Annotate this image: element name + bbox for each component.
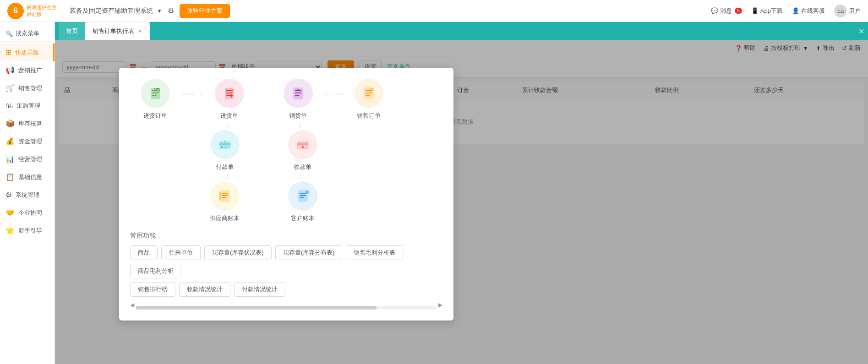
- logo-text: 畅康通好生意 标准版: [27, 4, 57, 17]
- sales-icon: 🛒: [5, 84, 15, 92]
- sidebar-item-purchase[interactable]: 🛍 采购管理: [0, 97, 55, 114]
- sidebar-item-system[interactable]: ⚙ 系统管理: [0, 186, 55, 204]
- system-dropdown-arrow[interactable]: ▼: [157, 8, 162, 14]
- message-badge: 5: [735, 8, 742, 14]
- trial-button[interactable]: 体验行业方案: [180, 4, 230, 18]
- content-area: 首页 销售订单执行表 ✕ ✕ ❓ 帮助 🖨 按模板打印: [55, 22, 868, 364]
- page-content: ❓ 帮助 🖨 按模板打印 ▼ ⬆ 导出 ↺ 刷新: [55, 40, 868, 364]
- flow-node-purchase-bill[interactable]: 进货单: [204, 79, 255, 120]
- operations-icon: 📊: [5, 155, 15, 163]
- system-title-area: 装备及固定资产辅助管理系统 ▼ ⚙: [70, 6, 174, 15]
- receipt-label: 收款单: [294, 163, 311, 171]
- svg-rect-9: [219, 191, 221, 201]
- system-title-text: 装备及固定资产辅助管理系统: [70, 7, 153, 15]
- supplier-account-icon: [210, 181, 240, 211]
- sidebar-item-sales[interactable]: 🛒 销售管理: [0, 79, 55, 97]
- sidebar: 🔍 搜索菜单 ⊞ 快捷导航 📢 营销推广 🛒 销售管理 🛍 采购管理 📦 库存核…: [0, 22, 55, 364]
- arrow-down-1: ↓: [226, 121, 229, 129]
- scroll-right-arrow[interactable]: ▶: [438, 302, 442, 308]
- service-icon: 👤: [792, 7, 799, 14]
- sidebar-item-marketing[interactable]: 📢 营销推广: [0, 61, 55, 79]
- flow-node-supplier-account[interactable]: 供应商账本: [200, 181, 250, 223]
- popup-scrollbar-row: ◀ ▶: [130, 300, 442, 310]
- receipt-icon: ¥: [288, 130, 317, 159]
- payment-label: 付款单: [216, 163, 234, 171]
- purchase-bill-label: 进货单: [220, 112, 238, 120]
- inventory-icon: 📦: [5, 119, 15, 128]
- flow-node-customer-account[interactable]: 客户账本: [278, 181, 328, 223]
- purchase-icon: 🛍: [5, 102, 13, 110]
- svg-rect-11: [297, 89, 299, 90]
- sidebar-item-basic[interactable]: 📋 基础信息: [0, 168, 55, 186]
- newbie-icon: 🌟: [5, 226, 15, 235]
- sidebar-item-newbie[interactable]: 🌟 新手引导: [0, 222, 55, 239]
- quick-nav-icon: ⊞: [5, 48, 11, 57]
- customer-account-label: 客户账本: [291, 214, 315, 223]
- finance-icon: 💰: [5, 137, 15, 146]
- sales-order-label: 销售订单: [357, 112, 381, 120]
- tab-home[interactable]: 首页: [59, 22, 85, 40]
- flow-node-sales-bill[interactable]: 销货单: [273, 79, 323, 120]
- payment-icon: ¥: [210, 130, 240, 159]
- message-icon: 💬: [711, 7, 718, 14]
- purchase-bill-icon: [215, 79, 244, 108]
- func-btn-partners[interactable]: 往来单位: [161, 245, 201, 260]
- sidebar-item-enterprise[interactable]: 🤝 企业协同: [0, 204, 55, 222]
- common-functions: 常用功能 商品 往来单位 现存量(库存状况表) 现存量(库存分布表) 销售毛利分…: [130, 232, 442, 297]
- tab-close-icon[interactable]: ✕: [138, 28, 142, 34]
- flow-node-purchase-order[interactable]: 进货订单: [130, 79, 180, 120]
- func-btn-stock-status[interactable]: 现存量(库存状况表): [204, 245, 272, 260]
- sidebar-item-quick-nav[interactable]: ⊞ 快捷导航: [0, 43, 55, 61]
- tab-sales-order-exec[interactable]: 销售订单执行表 ✕: [85, 22, 150, 40]
- sidebar-search[interactable]: 🔍 搜索菜单: [0, 26, 55, 42]
- flow-node-receipt[interactable]: ¥ 收款单: [278, 130, 328, 171]
- arrow-down-3: ↓: [298, 121, 302, 129]
- tab-bar-close[interactable]: ✕: [858, 27, 864, 36]
- search-icon: 🔍: [5, 30, 13, 37]
- tab-bar: 首页 销售订单执行表 ✕ ✕: [55, 22, 868, 40]
- popup-backdrop[interactable]: 进货订单 - - - - → 进货单: [55, 40, 868, 364]
- flow-node-sales-order[interactable]: 销售订单: [344, 79, 394, 120]
- flow-node-payment[interactable]: ¥ 付款单: [200, 130, 250, 171]
- sidebar-item-operations[interactable]: 📊 经营管理: [0, 150, 55, 168]
- logo-area: 6 畅康通好生意 标准版: [7, 3, 62, 19]
- settings-icon[interactable]: ⚙: [168, 6, 174, 15]
- func-btn-sales-gross[interactable]: 销售毛利分析表: [346, 245, 403, 260]
- func-buttons-row1: 商品 往来单位 现存量(库存状况表) 现存量(库存分布表) 销售毛利分析表 商品…: [130, 245, 442, 278]
- logo-icon: 6: [7, 3, 24, 19]
- func-btn-product-gross[interactable]: 商品毛利分析: [130, 264, 181, 278]
- top-header: 6 畅康通好生意 标准版 装备及固定资产辅助管理系统 ▼ ⚙ 体验行业方案 💬 …: [0, 0, 868, 22]
- func-btn-sales-ranking[interactable]: 销售排行榜: [130, 282, 175, 297]
- marketing-icon: 📢: [5, 66, 15, 75]
- app-icon: 📱: [751, 7, 759, 14]
- func-btn-stock-dist[interactable]: 现存量(库存分布表): [275, 245, 343, 260]
- sales-order-icon: [354, 79, 383, 108]
- svg-text:¥: ¥: [224, 140, 226, 143]
- app-download-button[interactable]: 📱 App下载: [751, 7, 783, 15]
- func-btn-receipt-stats[interactable]: 收款情况统计: [179, 282, 230, 297]
- main-layout: 🔍 搜索菜单 ⊞ 快捷导航 📢 营销推广 🛒 销售管理 🛍 采购管理 📦 库存核…: [0, 22, 868, 364]
- system-icon: ⚙: [5, 190, 12, 199]
- avatar: Ea: [834, 5, 847, 17]
- scroll-left-arrow[interactable]: ◀: [130, 302, 134, 308]
- func-btn-product[interactable]: 商品: [130, 245, 158, 260]
- enterprise-icon: 🤝: [5, 208, 15, 217]
- supplier-account-label: 供应商账本: [210, 214, 240, 223]
- svg-point-5: [221, 146, 223, 148]
- purchase-order-label: 进货订单: [143, 112, 167, 120]
- purchase-order-icon: [141, 79, 170, 108]
- customer-account-icon: [288, 181, 317, 211]
- scrollbar-thumb: [136, 306, 377, 310]
- svg-text:¥: ¥: [301, 145, 304, 149]
- sales-bill-label: 销货单: [289, 112, 307, 120]
- message-button[interactable]: 💬 消息 5: [711, 7, 742, 15]
- popup-scrollbar[interactable]: [136, 306, 437, 310]
- online-service-button[interactable]: 👤 在线客服: [792, 7, 825, 15]
- sidebar-item-inventory[interactable]: 📦 库存核算: [0, 114, 55, 132]
- basic-icon: 📋: [5, 173, 15, 181]
- svg-point-13: [370, 88, 373, 92]
- sidebar-item-finance[interactable]: 💰 资金管理: [0, 132, 55, 150]
- user-area[interactable]: Ea 用户: [834, 5, 861, 17]
- func-btn-payment-stats[interactable]: 付款情况统计: [234, 282, 285, 297]
- sales-bill-icon: [284, 79, 313, 108]
